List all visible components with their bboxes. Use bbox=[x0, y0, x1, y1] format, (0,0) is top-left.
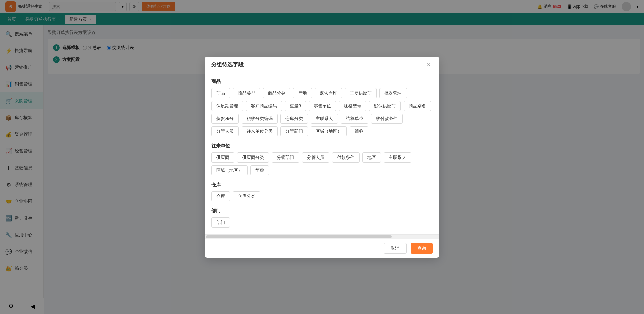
field-group-3: 部门 部门 bbox=[211, 208, 433, 228]
modal-title: 分组待选字段 bbox=[211, 61, 244, 68]
field-tag[interactable]: 简称 bbox=[350, 126, 368, 136]
field-tag[interactable]: 结算单位 bbox=[341, 114, 368, 124]
field-group-title-0: 商品 bbox=[211, 79, 433, 85]
field-tag[interactable]: 往来单位分类 bbox=[241, 126, 278, 136]
field-tag[interactable]: 商品 bbox=[211, 88, 230, 98]
field-tag[interactable]: 商品类型 bbox=[233, 88, 260, 98]
field-tags-3: 部门 bbox=[211, 217, 433, 228]
field-tags-0: 商品 商品类型 商品分类 产地 默认仓库 主要供应商 批次管理 保质期管理 客户… bbox=[211, 88, 433, 136]
modal-header: 分组待选字段 × bbox=[205, 57, 439, 73]
field-group-0: 商品 商品 商品类型 商品分类 产地 默认仓库 主要供应商 批次管理 保质期管理… bbox=[211, 79, 433, 136]
modal-close-button[interactable]: × bbox=[425, 61, 433, 69]
field-tag[interactable]: 默认仓库 bbox=[315, 88, 342, 98]
field-tag[interactable]: 默认供应商 bbox=[369, 101, 401, 111]
field-tag[interactable]: 供应商 bbox=[211, 152, 234, 163]
field-tag[interactable]: 区域（地区） bbox=[211, 165, 248, 175]
field-tag[interactable]: 规格型号 bbox=[339, 101, 366, 111]
field-tag[interactable]: 主联系人 bbox=[384, 152, 411, 163]
field-tag[interactable]: 分管人员 bbox=[302, 152, 329, 163]
field-tag[interactable]: 供应商分类 bbox=[237, 152, 269, 163]
modal-body: 商品 商品 商品类型 商品分类 产地 默认仓库 主要供应商 批次管理 保质期管理… bbox=[205, 73, 439, 234]
field-tag[interactable]: 重量3 bbox=[285, 101, 306, 111]
field-tag[interactable]: 仓库分类 bbox=[233, 191, 260, 201]
modal-horizontal-scrollbar[interactable] bbox=[205, 234, 439, 239]
field-tag[interactable]: 主联系人 bbox=[311, 114, 338, 124]
field-group-title-2: 仓库 bbox=[211, 182, 433, 188]
field-tag[interactable]: 税收分类编码 bbox=[241, 114, 278, 124]
field-tag[interactable]: 简称 bbox=[250, 165, 269, 175]
field-tag[interactable]: 产地 bbox=[293, 88, 312, 98]
field-tag[interactable]: 付款条件 bbox=[332, 152, 360, 163]
modal-dialog: 分组待选字段 × 商品 商品 商品类型 商品分类 产地 默认仓库 主要供应商 批… bbox=[205, 57, 439, 258]
field-tag[interactable]: 批次管理 bbox=[379, 88, 407, 98]
field-tag[interactable]: 保质期管理 bbox=[211, 101, 243, 111]
field-group-title-1: 往来单位 bbox=[211, 143, 433, 149]
field-tag[interactable]: 商品分类 bbox=[263, 88, 290, 98]
field-tag[interactable]: 仓库 bbox=[211, 191, 230, 201]
field-tag[interactable]: 客户商品编码 bbox=[246, 101, 282, 111]
field-tag[interactable]: 商品别名 bbox=[404, 101, 431, 111]
field-tag[interactable]: 部门 bbox=[211, 217, 230, 228]
field-group-2: 仓库 仓库 仓库分类 bbox=[211, 182, 433, 201]
field-tags-2: 仓库 仓库分类 bbox=[211, 191, 433, 201]
confirm-button[interactable]: 查询 bbox=[411, 243, 433, 254]
field-tag[interactable]: 分管部门 bbox=[272, 152, 299, 163]
field-tag[interactable]: 收付款条件 bbox=[371, 114, 403, 124]
field-tag[interactable]: 地区 bbox=[362, 152, 381, 163]
field-tag[interactable]: 区域（地区） bbox=[311, 126, 347, 136]
field-tag[interactable]: 仓库分类 bbox=[280, 114, 308, 124]
field-tag[interactable]: 主要供应商 bbox=[345, 88, 377, 98]
modal-hscroll-thumb[interactable] bbox=[206, 235, 392, 238]
modal-overlay: 分组待选字段 × 商品 商品 商品类型 商品分类 产地 默认仓库 主要供应商 批… bbox=[0, 0, 644, 314]
field-tag[interactable]: 零售单位 bbox=[309, 101, 336, 111]
field-tag[interactable]: 炼货积分 bbox=[211, 114, 239, 124]
field-group-1: 往来单位 供应商 供应商分类 分管部门 分管人员 付款条件 地区 主联系人 区域… bbox=[211, 143, 433, 175]
field-tags-1: 供应商 供应商分类 分管部门 分管人员 付款条件 地区 主联系人 区域（地区） … bbox=[211, 152, 433, 175]
field-group-title-3: 部门 bbox=[211, 208, 433, 214]
cancel-button[interactable]: 取消 bbox=[384, 243, 407, 254]
modal-footer: 取消 查询 bbox=[205, 239, 439, 258]
field-tag[interactable]: 分管部门 bbox=[280, 126, 308, 136]
field-tag[interactable]: 分管人员 bbox=[211, 126, 239, 136]
